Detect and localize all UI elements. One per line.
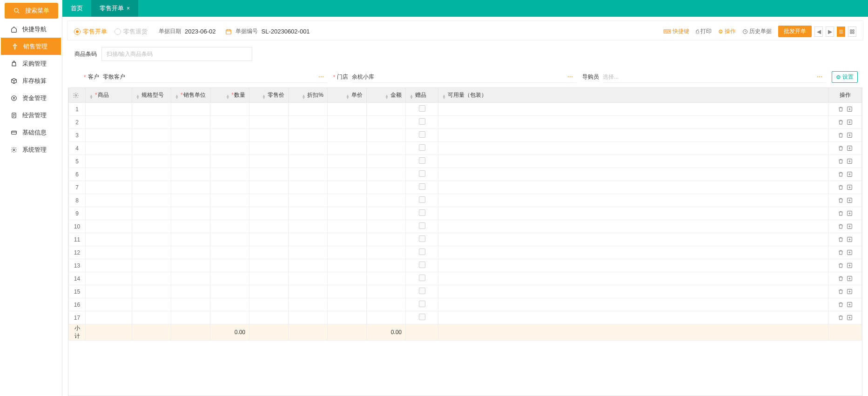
- cell-product[interactable]: [86, 220, 132, 233]
- cell-discount[interactable]: [289, 155, 328, 168]
- add-icon[interactable]: [847, 197, 853, 203]
- cell-amount[interactable]: [367, 103, 406, 116]
- checkbox-icon[interactable]: [419, 275, 425, 281]
- cell-gift[interactable]: [406, 103, 438, 116]
- cell-model[interactable]: [132, 207, 171, 220]
- cell-amount[interactable]: [367, 285, 406, 298]
- cell-product[interactable]: [86, 103, 132, 116]
- add-icon[interactable]: [847, 262, 853, 268]
- cell-retail[interactable]: [249, 103, 289, 116]
- checkbox-icon[interactable]: [419, 288, 425, 294]
- delete-icon[interactable]: [838, 106, 844, 112]
- cell-qty[interactable]: [210, 103, 249, 116]
- add-icon[interactable]: [847, 236, 853, 242]
- cell-amount[interactable]: [367, 233, 406, 246]
- history-link[interactable]: 历史单据: [742, 27, 772, 35]
- table-row[interactable]: 8: [69, 194, 862, 207]
- cell-unit[interactable]: [171, 246, 210, 259]
- col-gift[interactable]: ▲▼赠品: [406, 88, 438, 103]
- cell-amount[interactable]: [367, 116, 406, 129]
- delete-icon[interactable]: [838, 184, 844, 190]
- cell-retail[interactable]: [249, 116, 289, 129]
- cell-product[interactable]: [86, 194, 132, 207]
- table-row[interactable]: 12: [69, 246, 862, 259]
- cell-qty[interactable]: [210, 311, 249, 324]
- col-gear[interactable]: [69, 88, 86, 103]
- cell-retail[interactable]: [249, 155, 289, 168]
- col-retail[interactable]: ▲▼零售价: [249, 88, 289, 103]
- ellipsis-icon[interactable]: ⋯: [817, 74, 822, 80]
- cell-model[interactable]: [132, 103, 171, 116]
- table-row[interactable]: 17: [69, 311, 862, 324]
- add-icon[interactable]: [847, 184, 853, 190]
- sidebar-item-3[interactable]: 库存核算: [0, 72, 62, 89]
- mode-list-button[interactable]: [837, 27, 845, 37]
- add-icon[interactable]: [847, 289, 853, 295]
- cell-discount[interactable]: [289, 233, 328, 246]
- cell-amount[interactable]: [367, 207, 406, 220]
- cell-model[interactable]: [132, 194, 171, 207]
- add-icon[interactable]: [847, 223, 853, 229]
- cell-gift[interactable]: [406, 220, 438, 233]
- cell-qty[interactable]: [210, 155, 249, 168]
- cell-price[interactable]: [328, 181, 367, 194]
- table-row[interactable]: 16: [69, 298, 862, 311]
- delete-icon[interactable]: [838, 302, 844, 308]
- cell-retail[interactable]: [249, 311, 289, 324]
- cell-price[interactable]: [328, 233, 367, 246]
- cell-product[interactable]: [86, 116, 132, 129]
- cell-available[interactable]: [438, 233, 828, 246]
- table-row[interactable]: 9: [69, 207, 862, 220]
- cell-model[interactable]: [132, 181, 171, 194]
- bulk-button[interactable]: 批发开单: [778, 26, 812, 37]
- cell-unit[interactable]: [171, 220, 210, 233]
- sidebar-item-0[interactable]: 快捷导航: [0, 20, 62, 38]
- checkbox-icon[interactable]: [419, 262, 425, 268]
- delete-icon[interactable]: [838, 223, 844, 229]
- cell-amount[interactable]: [367, 311, 406, 324]
- cell-qty[interactable]: [210, 142, 249, 155]
- cell-price[interactable]: [328, 246, 367, 259]
- calendar-icon[interactable]: [225, 28, 232, 35]
- cell-available[interactable]: [438, 168, 828, 181]
- cell-available[interactable]: [438, 285, 828, 298]
- cell-product[interactable]: [86, 246, 132, 259]
- table-row[interactable]: 11: [69, 233, 862, 246]
- cell-unit[interactable]: [171, 298, 210, 311]
- cell-available[interactable]: [438, 272, 828, 285]
- checkbox-icon[interactable]: [419, 314, 425, 320]
- cell-available[interactable]: [438, 207, 828, 220]
- cell-price[interactable]: [328, 194, 367, 207]
- table-row[interactable]: 3: [69, 129, 862, 142]
- cell-retail[interactable]: [249, 142, 289, 155]
- delete-icon[interactable]: [838, 289, 844, 295]
- cell-amount[interactable]: [367, 181, 406, 194]
- cell-price[interactable]: [328, 220, 367, 233]
- cell-product[interactable]: [86, 298, 132, 311]
- add-icon[interactable]: [847, 119, 853, 125]
- delete-icon[interactable]: [838, 145, 844, 151]
- cell-product[interactable]: [86, 285, 132, 298]
- date-value[interactable]: 2023-06-02: [185, 28, 216, 35]
- cell-qty[interactable]: [210, 168, 249, 181]
- cell-price[interactable]: [328, 311, 367, 324]
- cell-gift[interactable]: [406, 194, 438, 207]
- cell-retail[interactable]: [249, 207, 289, 220]
- cell-unit[interactable]: [171, 194, 210, 207]
- cell-unit[interactable]: [171, 272, 210, 285]
- cell-unit[interactable]: [171, 168, 210, 181]
- cell-unit[interactable]: [171, 207, 210, 220]
- cell-available[interactable]: [438, 194, 828, 207]
- cell-model[interactable]: [132, 168, 171, 181]
- radio-return[interactable]: 零售退货: [114, 27, 148, 36]
- cell-available[interactable]: [438, 298, 828, 311]
- cell-discount[interactable]: [289, 298, 328, 311]
- cell-available[interactable]: [438, 142, 828, 155]
- cell-gift[interactable]: [406, 285, 438, 298]
- checkbox-icon[interactable]: [419, 183, 425, 190]
- cell-qty[interactable]: [210, 272, 249, 285]
- checkbox-icon[interactable]: [419, 301, 425, 307]
- checkbox-icon[interactable]: [419, 196, 425, 203]
- print-link[interactable]: ⎙ 打印: [696, 27, 712, 35]
- cell-model[interactable]: [132, 155, 171, 168]
